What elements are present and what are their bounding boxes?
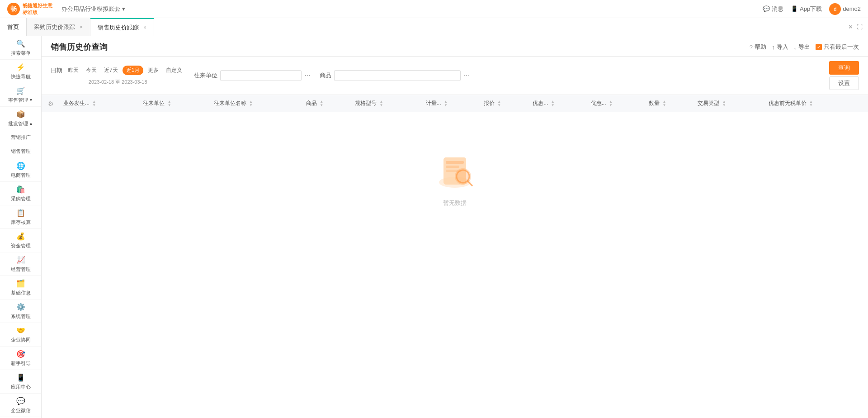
th-settings: ⚙ <box>42 95 60 112</box>
sort-arrows-pretax-price: ▲▼ <box>809 100 813 107</box>
product-input[interactable] <box>334 70 461 81</box>
th-quantity[interactable]: 数量 ▲▼ <box>645 95 694 112</box>
user-profile[interactable]: d demo2 <box>829 3 861 15</box>
top-bar: 畅 畅捷通好生意 标准版 办公用品行业模拟账套 ▾ 💬 消息 📱 App下载 d… <box>0 0 868 18</box>
sidebar-item-finance[interactable]: 💰 资金管理 <box>0 229 41 252</box>
table-settings-icon[interactable]: ⚙ <box>48 100 54 107</box>
tab-sales-close[interactable]: × <box>143 24 146 31</box>
export-icon: ↓ <box>794 44 797 51</box>
expand-icon[interactable]: ⛶ <box>857 24 863 30</box>
export-button[interactable]: ↓ 导出 <box>794 43 811 51</box>
date-tab-7days[interactable]: 近7天 <box>101 66 121 75</box>
dropdown-arrow-icon: ▾ <box>122 5 125 12</box>
th-discount1[interactable]: 优惠... ▲▼ <box>529 95 587 112</box>
sidebar-item-appstore[interactable]: 📱 应用中心 <box>0 370 41 394</box>
sidebar-item-system[interactable]: ⚙️ 系统管理 <box>0 299 41 323</box>
sidebar-item-wholesale[interactable]: 📦 批发管理▲ <box>0 107 41 130</box>
date-filter-group: 日期 昨天 今天 近7天 近1月 更多 自定义 2023-02-18 至 202… <box>51 66 185 86</box>
message-button[interactable]: 💬 消息 <box>763 5 783 13</box>
close-all-icon[interactable]: ✕ <box>848 24 853 30</box>
tab-purchase[interactable]: 采购历史价跟踪 × <box>27 18 90 36</box>
system-icon: ⚙️ <box>16 303 25 311</box>
th-biz-date[interactable]: 业务发生... ▲▼ <box>60 95 139 112</box>
date-tab-custom[interactable]: 自定义 <box>163 66 185 75</box>
sidebar-item-wechat[interactable]: 💬 企业微信 <box>0 394 41 417</box>
sort-arrows-discount1: ▲▼ <box>551 100 555 107</box>
sort-arrows-product: ▲▼ <box>320 100 323 107</box>
table-header-row: ⚙ 业务发生... ▲▼ 往来单位 ▲▼ 往来单位名称 ▲▼ <box>42 95 868 112</box>
date-tab-today[interactable]: 今天 <box>83 66 99 75</box>
sidebar-item-newbie[interactable]: 🎯 新手引导 <box>0 347 41 370</box>
product-dots[interactable]: ··· <box>463 71 469 80</box>
sidebar-item-inventory[interactable]: 📋 库存核算 <box>0 205 41 229</box>
account-selector[interactable]: 办公用品行业模拟账套 ▾ <box>61 5 125 13</box>
partner-input[interactable] <box>220 70 302 81</box>
tab-purchase-close[interactable]: × <box>80 24 83 30</box>
date-filter-label: 日期 <box>51 66 62 75</box>
shortcut-icon: ⚡ <box>16 63 25 71</box>
query-button[interactable]: 查询 <box>829 61 859 75</box>
empty-text: 暂无数据 <box>443 199 467 207</box>
help-icon: ? <box>750 44 753 51</box>
sidebar-item-basic[interactable]: 🗂️ 基础信息 <box>0 276 41 299</box>
settings-button[interactable]: 设置 <box>829 76 859 90</box>
sort-arrows-trade-type: ▲▼ <box>722 100 726 107</box>
tab-home[interactable]: 首页 <box>0 18 27 36</box>
sort-arrows-partner-name: ▲▼ <box>249 100 253 107</box>
avatar: d <box>829 3 841 15</box>
import-button[interactable]: ↑ 导入 <box>772 43 788 51</box>
sidebar-sub-marketing[interactable]: 营销推广 <box>0 130 41 144</box>
date-tabs: 昨天 今天 近7天 近1月 更多 自定义 <box>65 66 185 75</box>
sidebar-item-operation[interactable]: 📈 经营管理 <box>0 252 41 276</box>
sidebar-item-retail[interactable]: 🛒 零售管理▼ <box>0 83 41 107</box>
wholesale-icon: 📦 <box>16 110 25 119</box>
sort-arrows-partner-code: ▲▼ <box>168 100 171 107</box>
partner-dots[interactable]: ··· <box>304 71 310 80</box>
inventory-icon: 📋 <box>16 209 25 217</box>
app-download-button[interactable]: 📱 App下载 <box>791 5 822 13</box>
filter-buttons: 查询 设置 <box>829 61 859 90</box>
sidebar-item-enterprise[interactable]: 🤝 企业协同 <box>0 323 41 347</box>
purchase-icon: 🛍️ <box>16 185 25 194</box>
tab-bar-actions: ✕ ⛶ <box>843 18 868 36</box>
date-tab-1month[interactable]: 近1月 <box>123 66 144 75</box>
tab-purchase-label: 采购历史价跟踪 <box>34 23 75 31</box>
date-tab-more[interactable]: 更多 <box>145 66 161 75</box>
partner-filter-group: 往来单位 ··· <box>194 70 310 81</box>
tab-home-label: 首页 <box>7 23 19 31</box>
th-product[interactable]: 商品 ▲▼ <box>302 95 351 112</box>
top-bar-right: 💬 消息 📱 App下载 d demo2 <box>763 3 861 15</box>
message-icon: 💬 <box>763 5 770 12</box>
sort-arrows-quantity: ▲▼ <box>662 100 666 107</box>
th-discount2[interactable]: 优惠... ▲▼ <box>587 95 645 112</box>
sidebar-item-ecommerce[interactable]: 🌐 电商管理 <box>0 158 41 182</box>
data-table: ⚙ 业务发生... ▲▼ 往来单位 ▲▼ 往来单位名称 ▲▼ <box>42 95 868 112</box>
help-button[interactable]: ? 帮助 <box>750 43 766 51</box>
th-unit[interactable]: 计量... ▲▼ <box>422 95 480 112</box>
operation-icon: 📈 <box>16 256 25 264</box>
th-quote[interactable]: 报价 ▲▼ <box>480 95 529 112</box>
newbie-icon: 🎯 <box>16 350 25 358</box>
sort-arrows-quote: ▲▼ <box>497 100 501 107</box>
svg-rect-3 <box>446 166 459 168</box>
sort-arrows-biz-date: ▲▼ <box>92 100 96 107</box>
appstore-icon: 📱 <box>16 373 25 382</box>
search-icon: 🔍 <box>16 39 25 48</box>
th-trade-type[interactable]: 交易类型 ▲▼ <box>694 95 764 112</box>
tab-sales[interactable]: 销售历史价跟踪 × <box>90 18 154 36</box>
th-spec[interactable]: 规格型号 ▲▼ <box>351 95 422 112</box>
ecommerce-icon: 🌐 <box>16 162 25 170</box>
sidebar-item-search[interactable]: 🔍 搜索菜单 <box>0 36 41 60</box>
table-container: ⚙ 业务发生... ▲▼ 往来单位 ▲▼ 往来单位名称 ▲▼ <box>42 95 868 418</box>
sidebar-item-purchase[interactable]: 🛍️ 采购管理 <box>0 182 41 205</box>
th-partner-code[interactable]: 往来单位 ▲▼ <box>139 95 210 112</box>
th-pretax-price[interactable]: 优惠前无税单价 ▲▼ <box>765 95 868 112</box>
sort-arrows-discount2: ▲▼ <box>609 100 613 107</box>
sidebar-item-shortcut[interactable]: ⚡ 快捷导航 <box>0 60 41 83</box>
date-tab-yesterday[interactable]: 昨天 <box>65 66 81 75</box>
sidebar-sub-sales[interactable]: 销售管理 <box>0 144 41 158</box>
sort-arrows-spec: ▲▼ <box>380 100 383 107</box>
th-partner-name[interactable]: 往来单位名称 ▲▼ <box>210 95 302 112</box>
last-one-checkbox[interactable]: 只看最后一次 <box>816 43 859 51</box>
partner-filter-label: 往来单位 <box>194 71 217 80</box>
